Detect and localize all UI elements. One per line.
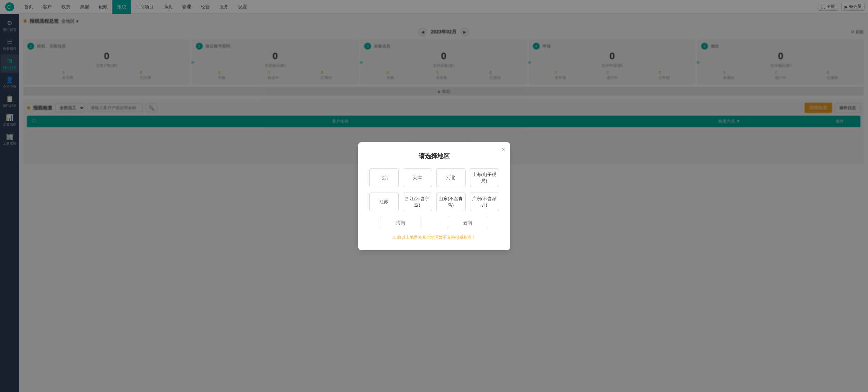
modal-close-button[interactable]: × [501, 146, 505, 153]
region-guangdong[interactable]: 广东(不含深圳) [470, 193, 499, 211]
region-grid-row3: 海南 云南 [369, 217, 499, 229]
modal-title: 请选择地区 [369, 152, 499, 160]
region-beijing[interactable]: 北京 [369, 168, 399, 187]
region-jiangsu[interactable]: 江苏 [369, 193, 399, 211]
warning-icon: ⚠ [392, 235, 396, 240]
region-grid-row2: 江苏 浙江(不含宁波) 山东(不含青岛) 广东(不含深圳) [369, 193, 499, 211]
region-grid-row1: 北京 天津 河北 上海(电子税局) [369, 168, 499, 187]
region-zhejiang[interactable]: 浙江(不含宁波) [403, 193, 432, 211]
region-note: ⚠ 除以上地区外其他地区暂不支持报税检查！ [369, 235, 499, 240]
region-tianjin[interactable]: 天津 [403, 168, 432, 187]
region-yunnan[interactable]: 云南 [447, 217, 488, 229]
region-hebei[interactable]: 河北 [436, 168, 466, 187]
modal-overlay: × 请选择地区 北京 天津 河北 上海(电子税局) 江苏 浙江(不含宁波) 山东… [0, 0, 868, 392]
region-shandong[interactable]: 山东(不含青岛) [436, 193, 466, 211]
region-shanghai[interactable]: 上海(电子税局) [470, 168, 499, 187]
region-hainan[interactable]: 海南 [380, 217, 421, 229]
region-select-modal: × 请选择地区 北京 天津 河北 上海(电子税局) 江苏 浙江(不含宁波) 山东… [358, 142, 510, 250]
